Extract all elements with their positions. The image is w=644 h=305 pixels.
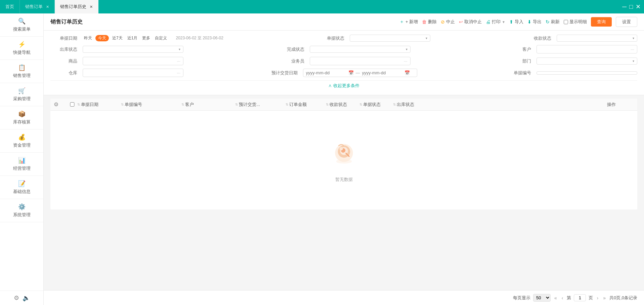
warehouse-input[interactable]: ···: [83, 69, 183, 77]
col-delivery-sort-icon: ⇅: [235, 103, 238, 106]
col-date-sort-icon: ⇅: [77, 103, 80, 106]
collapse-label: ∧ 收起更多条件: [328, 83, 359, 88]
collapse-bar[interactable]: ∧ 收起更多条件: [50, 80, 637, 91]
export-button[interactable]: ⬇ 导出: [527, 19, 542, 25]
last-page-icon[interactable]: »: [602, 295, 607, 301]
tab-sales-history-label: 销售订单历史: [60, 4, 86, 10]
col-no[interactable]: ⇅ 单据编号: [121, 102, 181, 108]
col-payment[interactable]: ⇅ 收款状态: [326, 102, 359, 108]
customer-input[interactable]: ···: [536, 45, 637, 53]
search-menu-icon: 🔍: [18, 17, 26, 25]
cancel-label: 取消中止: [464, 19, 482, 25]
shortcut-today[interactable]: 今天: [95, 35, 109, 41]
current-page-input[interactable]: [574, 294, 586, 301]
col-customer-sort-icon: ⇅: [181, 103, 184, 106]
empty-illustration: [327, 138, 361, 171]
page-size-label: 每页显示: [513, 295, 530, 301]
tab-sales-order-close[interactable]: ✕: [46, 5, 49, 9]
sidebar-item-base-info-label: 基础信息: [13, 189, 31, 195]
col-customer[interactable]: ⇅ 客户: [181, 102, 235, 108]
col-date[interactable]: ⇅ 单据日期: [77, 102, 121, 108]
sidebar-item-inventory-label: 库存核算: [13, 119, 31, 125]
sidebar-item-finance[interactable]: 💰 资金管理: [0, 129, 43, 153]
delivery-date-to-cal-icon[interactable]: 📅: [404, 70, 410, 75]
page-size-select[interactable]: 50 100 200: [533, 294, 551, 302]
tab-sales-history[interactable]: 销售订单历史 ✕: [55, 0, 98, 13]
refresh-button[interactable]: ↻ 刷新: [546, 19, 560, 25]
pagination: 每页显示 50 100 200 « ‹ 第 页 › » 共0页,0条记录: [44, 290, 644, 305]
shortcut-custom[interactable]: 自定义: [154, 35, 168, 41]
bill-no-input[interactable]: [536, 71, 637, 75]
delete-button[interactable]: 🗑 删除: [422, 19, 437, 25]
set-button[interactable]: 设置: [616, 17, 637, 27]
shortcut-more[interactable]: 更多: [141, 35, 152, 41]
sidebar-item-sales-mgmt[interactable]: 📋 销售管理: [0, 60, 43, 83]
col-delivery[interactable]: ⇅ 预计交货...: [235, 102, 286, 108]
department-select[interactable]: ▾: [536, 58, 637, 65]
sidebar-item-search-menu[interactable]: 🔍 搜索菜单: [0, 13, 43, 37]
sales-mgmt-icon: 📋: [18, 64, 26, 71]
close-icon[interactable]: ✕: [636, 3, 641, 10]
payment-status-arrow-icon: ▾: [633, 36, 634, 40]
shortcut-7days[interactable]: 近7天: [111, 35, 124, 41]
filter-area: 单据日期 昨天 今天 近7天 近1月 更多 自定义 2023-06-02 至 2…: [44, 31, 644, 95]
sidebar-item-operations[interactable]: 📊 经营管理: [0, 153, 43, 176]
audio-icon[interactable]: 🔈: [23, 294, 30, 302]
col-warehouse[interactable]: ⇅ 出库状态: [393, 102, 427, 108]
gear-icon[interactable]: ⚙: [54, 101, 67, 108]
display-detail-checkbox[interactable]: [564, 20, 568, 24]
sidebar-item-sales-mgmt-label: 销售管理: [13, 73, 31, 79]
delivery-date-from[interactable]: [306, 70, 346, 75]
shortcut-yesterday[interactable]: 昨天: [83, 35, 93, 41]
col-bill-status[interactable]: ⇅ 单据状态: [359, 102, 393, 108]
delivery-date-to[interactable]: [362, 70, 402, 75]
sidebar-item-purchase-mgmt[interactable]: 🛒 采购管理: [0, 83, 43, 106]
bill-status-select[interactable]: ▾: [350, 35, 430, 42]
display-detail-label: 显示明细: [569, 19, 587, 25]
warehouse-dots-icon: ···: [177, 70, 180, 75]
settings-icon[interactable]: ⚙: [14, 294, 19, 302]
stop-label: 中止: [446, 19, 455, 25]
empty-text: 暂无数据: [335, 177, 353, 183]
complete-status-select[interactable]: ▾: [310, 46, 411, 53]
col-date-label: 单据日期: [81, 102, 98, 108]
product-input[interactable]: ···: [83, 57, 183, 65]
tab-sales-history-close[interactable]: ✕: [90, 5, 93, 9]
col-amount[interactable]: ⇅ 订单金额: [286, 102, 326, 108]
salesperson-input[interactable]: ···: [310, 57, 411, 65]
print-button[interactable]: 🖨 打印 ▼: [486, 19, 505, 25]
sidebar-item-sys-mgmt[interactable]: ⚙️ 系统管理: [0, 199, 43, 222]
next-page-icon[interactable]: ›: [596, 295, 599, 301]
tab-sales-order[interactable]: 销售订单 ✕: [20, 0, 55, 13]
cancel-button[interactable]: ↩ 取消中止: [459, 19, 482, 25]
salesperson-label: 业务员: [277, 58, 304, 64]
query-button[interactable]: 查询: [591, 17, 612, 27]
complete-status-label: 完成状态: [277, 46, 304, 52]
sidebar-item-base-info[interactable]: 📝 基础信息: [0, 176, 43, 199]
tab-home[interactable]: 首页: [0, 0, 20, 13]
payment-status-select[interactable]: ▾: [557, 35, 637, 42]
col-amount-label: 订单金额: [289, 102, 307, 108]
cancel-icon: ↩: [459, 19, 463, 25]
warehouse-status-select[interactable]: ▾: [83, 46, 183, 53]
import-button[interactable]: ⬆ 导入: [509, 19, 523, 25]
maximize-icon[interactable]: □: [629, 3, 633, 10]
col-amount-sort-icon: ⇅: [286, 103, 288, 106]
new-button[interactable]: ＋ + 新增: [399, 19, 418, 25]
display-detail-control: 显示明细: [564, 19, 587, 25]
sidebar-item-sys-mgmt-label: 系统管理: [13, 212, 31, 218]
delivery-date-from-cal-icon[interactable]: 📅: [348, 70, 354, 75]
delete-icon: 🗑: [422, 19, 427, 25]
stop-button[interactable]: ⊘ 中止: [441, 19, 455, 25]
minimize-icon[interactable]: ─: [622, 3, 627, 10]
export-icon: ⬇: [527, 19, 531, 25]
col-customer-label: 客户: [185, 102, 194, 108]
shortcut-1month[interactable]: 近1月: [126, 35, 139, 41]
main-layout: 🔍 搜索菜单 ⚡ 快捷导航 📋 销售管理 🛒 采购管理 📦 库存核算 💰 资金管…: [0, 13, 644, 305]
first-page-icon[interactable]: «: [553, 295, 558, 301]
prev-page-icon[interactable]: ‹: [561, 295, 564, 301]
sidebar-item-quick-nav[interactable]: ⚡ 快捷导航: [0, 37, 43, 60]
select-all-checkbox[interactable]: [67, 102, 77, 107]
sidebar-item-inventory[interactable]: 📦 库存核算: [0, 106, 43, 129]
col-warehouse-sort-icon: ⇅: [393, 103, 396, 106]
